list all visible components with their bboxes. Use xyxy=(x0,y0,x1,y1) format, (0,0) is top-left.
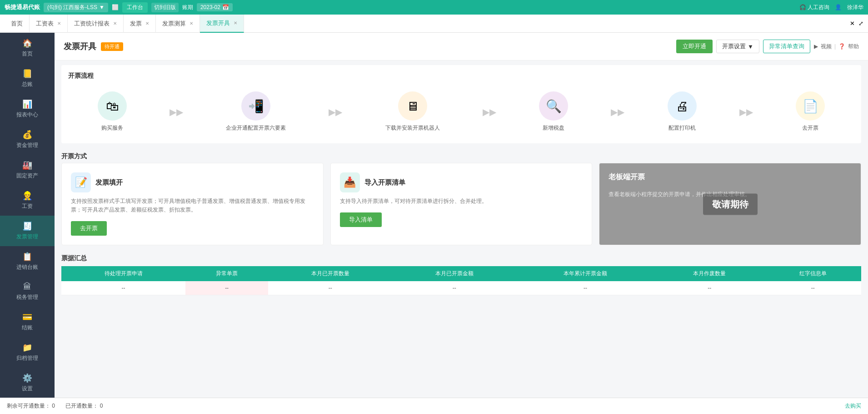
flow-step-5: 🖨 配置打印机 xyxy=(668,91,697,132)
sidebar-item-settlement[interactable]: 💳 结账 xyxy=(0,307,55,337)
settlement-icon: 💳 xyxy=(22,312,32,322)
buy-link[interactable]: 去购买 xyxy=(845,402,861,410)
page-header: 发票开具 待开通 立即开通 开票设置 ▼ 异常清单查询 ▶ 视频 | ❓ 帮助 xyxy=(55,33,868,61)
sidebar-item-settings[interactable]: ⚙️ 设置 xyxy=(0,368,55,398)
tab-invoice-issue[interactable]: 发票开具 ✕ xyxy=(200,15,244,33)
val-month-amount: -- xyxy=(392,281,516,295)
method-boss-header: 老板端开票 xyxy=(609,172,852,186)
company-select[interactable]: (勾到) 江西服务-LSS ▼ xyxy=(44,3,108,12)
step-label-issue: 去开票 xyxy=(802,124,818,132)
company-name: (勾到) 江西服务-LSS xyxy=(47,4,97,11)
tax-icon: 🏛 xyxy=(23,282,31,292)
step-icon-printer: 🖨 xyxy=(668,91,697,121)
copy-icon: ⬜ xyxy=(112,4,119,10)
app-logo: 畅捷通易代账 xyxy=(5,3,40,11)
step-label-buy: 购买服务 xyxy=(101,124,123,132)
val-void-count: -- xyxy=(654,281,765,295)
sidebar-item-ledger[interactable]: 📒 总账 xyxy=(0,63,55,94)
top-bar-right: 🎧 人工咨询 👤 徐泽华 xyxy=(799,4,863,11)
settings-icon: ⚙️ xyxy=(22,373,32,383)
sidebar-item-assets[interactable]: 🏭 固定资产 xyxy=(0,155,55,185)
sidebar-item-reports[interactable]: 📊 报表中心 xyxy=(0,94,55,124)
col-abnormal: 异常单票 xyxy=(185,266,268,281)
video-label[interactable]: 视频 xyxy=(821,43,832,50)
tab-invoice-calc-close[interactable]: ✕ xyxy=(190,21,193,26)
page-actions: 立即开通 开票设置 ▼ 异常清单查询 ▶ 视频 | ❓ 帮助 xyxy=(676,40,859,53)
method-import-icon: 📥 xyxy=(340,172,360,192)
flow-step-6: 📄 去开票 xyxy=(796,91,825,132)
method-fill-desc: 支持按照发票样式手工填写开发票；可开具增值税电子普通发票、增值税普通发票、增值税… xyxy=(71,197,314,214)
flow-step-3: 🖥 下载并安装开票机器人 xyxy=(385,91,440,132)
flow-step-4: 🔍 新增税盘 xyxy=(539,91,568,132)
step-label-download: 下载并安装开票机器人 xyxy=(385,124,440,132)
tab-invoice-calc[interactable]: 发票测算 ✕ xyxy=(156,15,200,33)
tab-salary-report[interactable]: 工资统计报表 ✕ xyxy=(68,15,124,33)
settings-button[interactable]: 开票设置 ▼ xyxy=(716,40,759,53)
val-year-amount: -- xyxy=(516,281,654,295)
summary-table: 待处理开票申请 异常单票 本月已开票数量 本月已开票金额 本年累计开票金额 本月… xyxy=(61,266,861,295)
tab-salary[interactable]: 工资表 ✕ xyxy=(30,15,68,33)
import-list-button[interactable]: 导入清单 xyxy=(340,212,382,227)
step-label-config: 企业开通配置开票六要素 xyxy=(226,124,286,132)
immediate-open-button[interactable]: 立即开通 xyxy=(676,40,713,53)
top-bar: 畅捷通易代账 (勾到) 江西服务-LSS ▼ ⬜ 工作台 切到旧版 账期 202… xyxy=(0,0,868,15)
sidebar-item-salary[interactable]: 👷 工资 xyxy=(0,185,55,216)
purchase-icon: 📋 xyxy=(22,252,32,262)
period-value[interactable]: 2023-02 📅 xyxy=(197,3,233,11)
support-btn[interactable]: 🎧 人工咨询 xyxy=(799,4,829,11)
tab-salary-close[interactable]: ✕ xyxy=(57,21,61,26)
expand-icon[interactable]: ⤢ xyxy=(858,20,863,27)
remaining-value: 0 xyxy=(52,403,55,409)
step-label-taxboard: 新增税盘 xyxy=(543,124,564,132)
bottom-bar: 剩余可开通数量： 0 已开通数量： 0 去购买 xyxy=(0,398,868,414)
video-icon: ▶ xyxy=(814,43,818,50)
arrow-2: ▶▶ xyxy=(329,106,342,117)
old-version-tag[interactable]: 切到旧版 xyxy=(151,3,179,12)
tab-bar: 首页 工资表 ✕ 工资统计报表 ✕ 发票 ✕ 发票测算 ✕ 发票开具 ✕ ✕ ⤢ xyxy=(0,15,868,33)
tab-salary-report-close[interactable]: ✕ xyxy=(113,21,117,26)
invoice-icon: 🧾 xyxy=(22,221,32,231)
help-area: ▶ 视频 | ❓ 帮助 xyxy=(814,43,859,50)
tab-home[interactable]: 首页 xyxy=(5,15,30,33)
tab-invoice-issue-close[interactable]: ✕ xyxy=(234,20,237,25)
summary-title: 票据汇总 xyxy=(61,250,861,266)
app-name: 畅捷通易代账 xyxy=(5,3,40,11)
summary-section: 票据汇总 待处理开票申请 异常单票 本月已开票数量 本月已开票金额 本年累计开票… xyxy=(61,250,861,295)
step-icon-issue: 📄 xyxy=(796,91,825,121)
archive-icon: 📁 xyxy=(22,343,32,353)
abnormal-query-button[interactable]: 异常清单查询 xyxy=(763,40,810,53)
flow-section: 开票流程 🛍 购买服务 ▶▶ 📲 企业开通配置开票六要素 ▶▶ 🖥 下载并安装开… xyxy=(61,65,861,143)
method-card-fill: 📝 发票填开 支持按照发票样式手工填写开发票；可开具增值税电子普通发票、增值税普… xyxy=(61,163,324,245)
help-label[interactable]: 帮助 xyxy=(848,43,859,50)
col-pending: 待处理开票申请 xyxy=(61,266,185,281)
tab-invoice[interactable]: 发票 ✕ xyxy=(124,15,156,33)
method-import-title: 导入开票清单 xyxy=(364,178,405,187)
arrow-4: ▶▶ xyxy=(611,106,624,117)
sidebar-item-invoice[interactable]: 🧾 发票管理 xyxy=(0,216,55,246)
step-icon-buy: 🛍 xyxy=(98,91,127,121)
flow-section-title: 开票流程 xyxy=(68,72,854,80)
go-invoice-button[interactable]: 去开票 xyxy=(71,221,107,236)
workspace-button[interactable]: 工作台 xyxy=(122,2,148,13)
methods-section-title: 开票方式 xyxy=(55,148,868,163)
status-badge: 待开通 xyxy=(101,42,123,51)
avatar: 👤 xyxy=(835,4,842,10)
method-boss-title: 老板端开票 xyxy=(609,172,645,182)
flow-steps: 🛍 购买服务 ▶▶ 📲 企业开通配置开票六要素 ▶▶ 🖥 下载并安装开票机器人 … xyxy=(68,87,854,136)
method-fill-icon: 📝 xyxy=(71,172,91,192)
arrow-1: ▶▶ xyxy=(170,106,183,117)
tab-invoice-close[interactable]: ✕ xyxy=(145,21,149,26)
help-icon: ❓ xyxy=(838,43,845,50)
close-tab-icon[interactable]: ✕ xyxy=(850,20,855,27)
sidebar-item-funds[interactable]: 💰 资金管理 xyxy=(0,124,55,155)
sidebar-item-archive[interactable]: 📁 归档管理 xyxy=(0,337,55,368)
sidebar-item-purchase[interactable]: 📋 进销台账 xyxy=(0,246,55,277)
sidebar-item-tax[interactable]: 🏛 税务管理 xyxy=(0,277,55,307)
chevron-down-icon: ▼ xyxy=(99,4,105,10)
method-import-header: 📥 导入开票清单 xyxy=(340,172,583,192)
home-icon: 🏠 xyxy=(22,38,32,48)
step-icon-config: 📲 xyxy=(241,91,270,121)
summary-data-row: -- -- -- -- -- -- -- xyxy=(61,281,861,295)
col-month-amount: 本月已开票金额 xyxy=(392,266,516,281)
sidebar-item-home[interactable]: 🏠 首页 xyxy=(0,33,55,63)
